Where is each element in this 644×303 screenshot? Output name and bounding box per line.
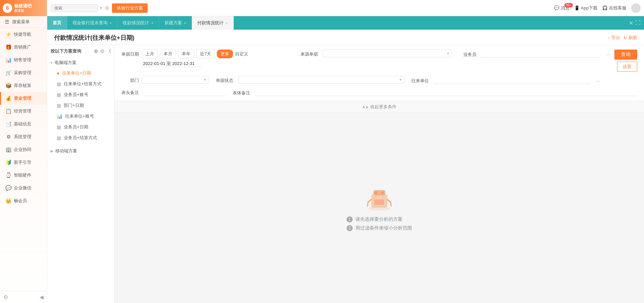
topbar-dropdown-arrow[interactable]: ▾ (100, 5, 102, 10)
sidebar-logo: 6 畅捷通吧 标准版 (0, 0, 47, 16)
sidebar-settings-icon[interactable]: ⚙ (3, 294, 8, 300)
refresh-icon: ↻ (623, 35, 627, 40)
sidebar-item-purchase[interactable]: 🛒 采购管理 (0, 66, 47, 79)
this-year-btn[interactable]: 本年 (178, 50, 194, 58)
online-service-btn[interactable]: 🎧 在线客服 (602, 5, 626, 11)
topbar-search-input[interactable] (51, 4, 98, 12)
refresh-btn[interactable]: ↻ 刷新 (623, 35, 637, 41)
sidebar-item-wechat[interactable]: 💬 企业微信 (0, 182, 47, 194)
tab-receipts[interactable]: 收款情况统计 × (117, 16, 159, 30)
scheme-item-staff-date-icon: ▦ (57, 124, 61, 130)
source-doc-arrow: ▾ (447, 51, 449, 56)
last-7-btn[interactable]: 近7天 (196, 50, 215, 58)
staff-dots[interactable]: ... (603, 51, 611, 57)
tab-close-all-btn[interactable]: ✕ (629, 20, 633, 26)
partner-dots[interactable]: ... (592, 77, 600, 83)
voucher-date-label: 单据日期 (121, 50, 142, 57)
tab-cash-flow[interactable]: 现金银行流水查询 × (67, 16, 117, 30)
svg-line-9 (391, 202, 391, 206)
partner-input[interactable] (434, 76, 590, 84)
sidebar-item-operation[interactable]: 📋 经营管理 (0, 105, 47, 118)
scheme-item-partner-account[interactable]: 📊 往来单位+账号 (47, 111, 114, 122)
sidebar-item-system[interactable]: ⚙ 系统管理 (0, 130, 47, 143)
tab-cash-flow-close[interactable]: × (110, 21, 112, 25)
tab-new-scheme-close[interactable]: × (184, 21, 186, 25)
sidebar-item-marketing[interactable]: 🎁 营销推广 (0, 41, 47, 54)
sidebar-item-capital[interactable]: 💰 资金管理 (0, 92, 47, 105)
staff-label: 业务员 (459, 50, 479, 58)
tab-payments-close[interactable]: × (226, 21, 228, 25)
scheme-item-staff-account-icon: ▦ (57, 92, 61, 97)
sidebar: 6 畅捷通吧 标准版 ☰ 搜索菜单 ⚡ 快捷导航 🎁 营销推广 📊 销售管理 🛒… (0, 0, 47, 303)
trial-industry-btn[interactable]: 体验行业方案 (112, 3, 148, 13)
empty-tip-1: 1 请先选择要分析的方案 (347, 216, 412, 222)
sidebar-item-hardware[interactable]: ⌚ 智能硬件 (0, 169, 47, 182)
sidebar-item-quick-nav[interactable]: ⚡ 快捷导航 (0, 28, 47, 41)
main-area: ▾ ⚙ 体验行业方案 💬 消息 99+ 📱 App下载 🎧 在线客服 首页 (47, 0, 644, 303)
content-panel: 按以下方案查询 ⊕ ⊙ 《 ▾ 电脑端方案 ● 往来单位+日期 (47, 45, 644, 303)
this-month-btn[interactable]: 本月 (160, 50, 176, 58)
sidebar-item-base-info[interactable]: 📑 基础信息 (0, 118, 47, 130)
scheme-settings-btn[interactable]: ⊙ (100, 48, 105, 54)
sidebar-footer: ⚙ ◀ (0, 291, 47, 303)
svg-line-8 (368, 202, 368, 206)
custom-date-label: 自定义 (235, 51, 248, 57)
partner-label: 往来单位 (411, 76, 432, 84)
filter-settings-btn[interactable]: 设置 (617, 62, 637, 72)
logo-icon: 6 (3, 3, 12, 13)
filter-row-3: 表头备注 表体备注 (121, 88, 637, 96)
body-note-label: 表体备注 (233, 88, 253, 96)
sidebar-item-member[interactable]: 👑 畅会员 (0, 194, 47, 207)
scheme-item-staff-account[interactable]: ▦ 业务员+账号 (47, 89, 114, 100)
tip-num-2: 2 (347, 225, 353, 231)
date-range-input[interactable] (142, 60, 202, 67)
doc-status-select[interactable]: ▾ (238, 76, 405, 84)
tip-num-1: 1 (347, 216, 353, 222)
sidebar-search[interactable]: ☰ 搜索菜单 (0, 16, 47, 28)
scheme-item-dept-date[interactable]: ▦ 部门+日期 (47, 100, 114, 111)
scheme-group-mobile-header[interactable]: ▶ 移动端方案 (47, 146, 114, 156)
collapse-bar[interactable]: ∧∧ 收起更多条件 (115, 101, 644, 113)
tab-new-scheme[interactable]: 新建方案 × (159, 16, 192, 30)
export-icon: ↑ (608, 35, 610, 40)
sales-icon: 📊 (5, 57, 12, 63)
scheme-item-staff-settle-icon: ▦ (57, 135, 61, 141)
source-doc-select[interactable]: ▾ (323, 50, 452, 57)
app-download-btn[interactable]: 📱 App下载 (574, 5, 597, 11)
more-date-btn[interactable]: 更多 (217, 50, 233, 58)
sidebar-item-guide[interactable]: 🔰 新手引导 (0, 156, 47, 169)
scheme-add-btn[interactable]: ⊕ (94, 48, 98, 54)
scheme-item-partner-settle[interactable]: ▦ 往来单位+结算方式 (47, 79, 114, 89)
dept-select[interactable]: ▾ (142, 76, 209, 84)
export-btn[interactable]: ↑ 导出 (608, 35, 620, 41)
scheme-collapse-btn[interactable]: 《 (107, 48, 111, 54)
scheme-group-pc-header[interactable]: ▾ 电脑端方案 (47, 58, 114, 68)
marketing-icon: 🎁 (5, 44, 12, 50)
sidebar-collapse-icon[interactable]: ◀ (39, 294, 43, 300)
headset-icon: 🎧 (602, 5, 608, 10)
scheme-item-partner-date[interactable]: ● 往来单位+日期 (47, 68, 114, 79)
scheme-item-staff-settle[interactable]: ▦ 业务员+结算方式 (47, 132, 114, 143)
tab-payments[interactable]: 付款情况统计 × (192, 16, 233, 30)
enterprise-icon: 🏢 (5, 147, 12, 153)
query-btn[interactable]: 查询 (614, 50, 637, 60)
user-avatar[interactable] (631, 3, 641, 13)
topbar-gear-icon[interactable]: ⚙ (105, 5, 109, 11)
staff-input[interactable] (481, 50, 601, 58)
prev-month-btn[interactable]: 上月 (142, 50, 158, 58)
operation-icon: 📋 (5, 108, 12, 114)
sidebar-item-inventory[interactable]: 📦 库存核算 (0, 79, 47, 92)
right-panel: 单据日期 上月 本月 本年 近7天 更多 自定义 来源单据 (115, 45, 644, 303)
sidebar-item-sales[interactable]: 📊 销售管理 (0, 54, 47, 66)
messages-btn[interactable]: 💬 消息 99+ (554, 5, 569, 11)
header-note-input[interactable] (142, 88, 226, 96)
tab-receipts-close[interactable]: × (151, 21, 153, 25)
sidebar-item-enterprise[interactable]: 🏢 企业协同 (0, 143, 47, 156)
filter-row-2: 部门 ▾ 单据状态 ▾ 往来单 (121, 76, 637, 84)
tab-home[interactable]: 首页 (47, 16, 67, 30)
tab-maximize-btn[interactable]: ⛶ (635, 20, 641, 26)
quick-nav-icon: ⚡ (5, 31, 12, 37)
body-note-input[interactable] (255, 88, 637, 96)
scheme-item-partner-settle-icon: ▦ (57, 81, 61, 87)
scheme-item-staff-date[interactable]: ▦ 业务员+日期 (47, 122, 114, 132)
